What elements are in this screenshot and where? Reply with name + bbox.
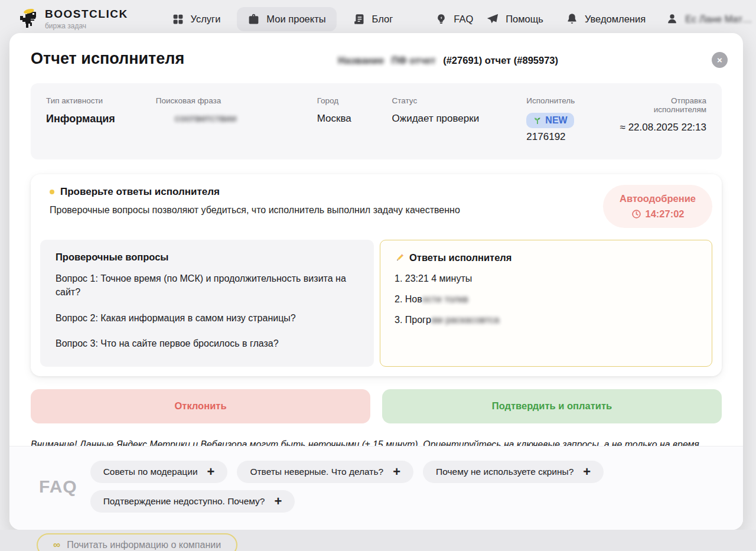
nav-item-faq[interactable]: FAQ	[425, 7, 484, 31]
nav-item-notifications[interactable]: Уведомления	[563, 6, 648, 31]
answer-text: 3. Прогр	[395, 315, 431, 325]
question-item: Вопрос 3: Что на сайте первое бросилось …	[56, 337, 359, 350]
faq-pill-list: Советы по модерации + Ответы неверные. Ч…	[90, 461, 681, 513]
close-button[interactable]: ×	[712, 52, 728, 68]
clock-icon	[631, 209, 641, 219]
reject-button[interactable]: Отклонить	[31, 389, 370, 423]
info-sent-time: Отправка исполнителям ≈ 22.08.2025 22:13	[616, 96, 706, 143]
badge-label: NEW	[545, 115, 567, 126]
info-label: Поисковая фраза	[156, 96, 317, 105]
nav-label: Мои проекты	[266, 14, 325, 25]
yellow-dot-icon	[50, 190, 54, 194]
answer-item: 2. Новости толкв	[395, 294, 698, 305]
redacted-project-type: ПФ отчет	[392, 55, 436, 66]
bell-icon	[566, 12, 578, 25]
nav-label: Услуги	[191, 14, 221, 25]
info-label: Статус	[392, 96, 527, 105]
answer-item: 1. 23:21 4 минуты	[395, 273, 698, 284]
plus-icon: +	[275, 496, 282, 507]
faq-pill-confirm-unavailable[interactable]: Подтверждение недоступно. Почему? +	[90, 490, 295, 513]
briefcase-icon	[247, 13, 260, 25]
nav-label: Уведомления	[585, 14, 646, 25]
faq-pill-label: Советы по модерации	[103, 467, 198, 477]
answer-item: 3. Програм раскасовтса	[395, 315, 698, 325]
faq-pill-wrong-answers[interactable]: Ответы неверные. Что делать? +	[237, 461, 413, 483]
main-navigation: Услуги Мои проекты Блог	[161, 7, 484, 31]
nav-item-help[interactable]: Помощь	[484, 6, 546, 31]
nav-label: Блог	[372, 14, 393, 25]
redacted-project-name: Название	[338, 55, 384, 66]
info-search-phrase: Поисковая фраза соответствии	[156, 96, 317, 143]
user-icon	[666, 12, 679, 25]
faq-pill-why-no-screens[interactable]: Почему не используете скрины? +	[423, 461, 604, 483]
review-title: Проверьте ответы исполнителя	[60, 186, 220, 198]
brand-logo[interactable]: BOOSTCLICK биржа задач	[15, 7, 128, 31]
page-background-strip: ∞ Почитать информацию о компании	[0, 530, 756, 551]
faq-label: FAQ	[39, 477, 77, 497]
executor-id: 2176192	[526, 131, 616, 143]
paper-plane-icon	[486, 12, 499, 25]
info-activity-type: Тип активности Информация	[46, 96, 156, 143]
nav-label: FAQ	[454, 14, 473, 25]
action-buttons: Отклонить Подтвердить и оплатить	[31, 389, 722, 423]
plus-icon: +	[393, 467, 400, 477]
review-subtitle: Проверочные вопросы позволяют убедиться,…	[50, 205, 603, 216]
questions-answers-row: Проверочные вопросы Вопрос 1: Точное вре…	[40, 240, 712, 367]
review-head: Проверьте ответы исполнителя Проверочные…	[40, 185, 712, 228]
status-value: Ожидает проверки	[392, 113, 527, 125]
faq-pill-moderation-tips[interactable]: Советы по модерации +	[90, 461, 228, 483]
nav-item-blog[interactable]: Блог	[343, 7, 404, 31]
top-navbar: BOOSTCLICK биржа задач Услуги Мои проект…	[0, 0, 756, 38]
grid-icon	[172, 13, 184, 25]
info-label: Тип активности	[46, 96, 156, 105]
review-card: Проверьте ответы исполнителя Проверочные…	[31, 174, 722, 376]
nav-item-my-projects[interactable]: Мои проекты	[237, 7, 336, 31]
answers-title: Ответы исполнителя	[409, 252, 511, 263]
answer-text: 2. Нов	[395, 294, 422, 304]
question-item: Вопрос 1: Точное время (по МСК) и продол…	[56, 272, 359, 299]
answer-redacted: ам раскасовтса	[431, 315, 500, 325]
answer-text: 1. 23:21 4 минуты	[395, 273, 472, 283]
report-ids: (#27691) отчет (#895973)	[443, 55, 558, 66]
auto-approve-label: Автоодобрение	[620, 191, 696, 207]
nav-label: Помощь	[506, 14, 543, 25]
blog-icon	[353, 13, 366, 25]
brand-tagline: биржа задач	[45, 22, 128, 30]
close-icon: ×	[717, 56, 722, 64]
lightbulb-icon	[435, 13, 447, 25]
auto-approve-badge: Автоодобрение 14:27:02	[603, 185, 712, 228]
project-reference: Название ПФ отчет (#27691) отчет (#89597…	[184, 55, 712, 66]
nav-item-services[interactable]: Услуги	[161, 7, 232, 31]
account-menu[interactable]: Ес Лане Мат…	[666, 6, 752, 31]
questions-title: Проверочные вопросы	[56, 252, 359, 263]
modal-title: Отчет исполнителя	[31, 50, 184, 68]
executor-answers-box: Ответы исполнителя 1. 23:21 4 минуты 2. …	[380, 240, 712, 367]
modal-header: Отчет исполнителя Название ПФ отчет (#27…	[9, 33, 743, 68]
info-city: Город Москва	[317, 96, 392, 143]
info-value: ≈ 22.08.2025 22:13	[616, 122, 706, 133]
plus-icon: +	[583, 467, 591, 477]
info-executor: Исполнитель NEW 2176192	[526, 96, 616, 143]
navbar-right: Помощь Уведомления Ес Лане Мат…	[484, 6, 752, 31]
faq-section: FAQ Советы по модерации + Ответы неверны…	[9, 446, 743, 530]
info-value: Информация	[46, 113, 156, 125]
executor-report-modal: Отчет исполнителя Название ПФ отчет (#27…	[9, 33, 743, 530]
question-item: Вопрос 2: Какая информация в самом низу …	[56, 311, 359, 325]
info-status: Статус Ожидает проверки	[392, 96, 527, 143]
info-label: Отправка исполнителям	[616, 96, 706, 114]
infinity-icon: ∞	[53, 539, 60, 551]
plus-icon: +	[207, 467, 215, 477]
info-value-redacted: соответствии	[156, 113, 317, 125]
answer-redacted: ости толкв	[422, 294, 468, 304]
approve-and-pay-button[interactable]: Подтвердить и оплатить	[382, 389, 722, 423]
brand-name: BOOSTCLICK	[45, 8, 128, 20]
auto-approve-timer: 14:27:02	[646, 207, 685, 222]
company-info-button[interactable]: ∞ Почитать информацию о компании	[37, 533, 237, 551]
account-name: Ес Лане Мат…	[685, 14, 752, 25]
dino-logo-icon	[15, 7, 39, 31]
pencil-icon	[395, 253, 405, 263]
check-questions-box: Проверочные вопросы Вопрос 1: Точное вре…	[40, 240, 374, 367]
sprout-icon	[533, 116, 542, 125]
company-info-label: Почитать информацию о компании	[67, 540, 221, 550]
faq-pill-label: Почему не используете скрины?	[436, 467, 573, 477]
